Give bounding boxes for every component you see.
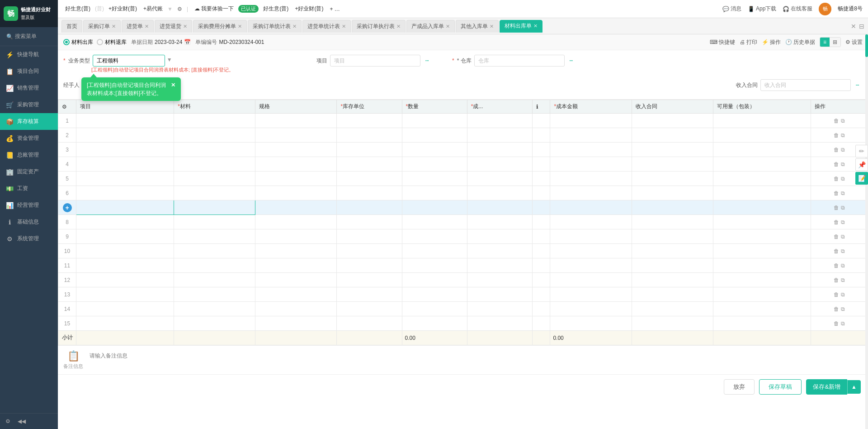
delete-row-icon[interactable]: 🗑	[834, 147, 839, 153]
row-cost-cell[interactable]	[467, 172, 532, 186]
copy-row-icon[interactable]: ⧉	[841, 132, 845, 138]
row-project-cell[interactable]	[76, 229, 174, 244]
tab-purchase-order[interactable]: 采购订单 ✕	[83, 20, 121, 33]
topbar-good-biz[interactable]: 好生意(普)	[63, 4, 92, 14]
row-qty-cell[interactable]	[402, 302, 467, 316]
row-spec-cell[interactable]	[255, 302, 337, 316]
row-qty-cell[interactable]	[402, 316, 467, 331]
row-spec-cell[interactable]	[255, 172, 337, 186]
row-material-cell[interactable]	[174, 302, 255, 316]
row-income-cell[interactable]	[632, 114, 713, 128]
row-income-cell[interactable]	[632, 316, 713, 331]
row-project-cell[interactable]	[76, 316, 174, 331]
row-cost-amt-cell[interactable]	[550, 316, 632, 331]
warehouse-more-icon[interactable]: ···	[569, 57, 572, 65]
topbar-certified-badge[interactable]: 已认证	[238, 5, 259, 13]
row-spec-cell[interactable]	[255, 229, 337, 244]
row-income-cell[interactable]	[632, 215, 713, 229]
row-income-cell[interactable]	[632, 273, 713, 287]
delete-row-icon[interactable]: 🗑	[834, 161, 839, 167]
sidebar-item-sales[interactable]: 📈 销售管理	[0, 80, 58, 96]
sidebar-item-ops[interactable]: 📊 经营管理	[0, 197, 58, 214]
delete-row-icon[interactable]: 🗑	[834, 248, 839, 254]
row-cost-amt-cell[interactable]	[550, 215, 632, 229]
row-material-cell[interactable]	[174, 143, 255, 157]
row-qty-cell[interactable]	[402, 273, 467, 287]
income-contract-more-icon[interactable]: ···	[855, 81, 859, 89]
row-qty-cell[interactable]	[402, 186, 467, 200]
row-cost-cell[interactable]	[467, 287, 532, 302]
delete-row-icon[interactable]: 🗑	[834, 176, 839, 182]
calendar-icon[interactable]: 📅	[184, 39, 191, 45]
tab-close[interactable]: ✕	[238, 24, 242, 29]
row-material-cell[interactable]	[174, 258, 255, 273]
business-type-dropdown[interactable]: ▼	[93, 55, 183, 67]
row-avail-cell[interactable]	[713, 215, 811, 229]
row-cost-cell[interactable]	[467, 215, 532, 229]
row-cost-amt-cell[interactable]	[550, 128, 632, 143]
settings-button[interactable]: ⚙ 设置	[845, 38, 863, 46]
row-spec-cell[interactable]	[255, 273, 337, 287]
row-project-cell[interactable]	[76, 143, 174, 157]
tab-product-in[interactable]: 产成品入库单 ✕	[406, 20, 455, 33]
row-spec-cell[interactable]	[255, 316, 337, 331]
sidebar-item-system[interactable]: ⚙ 系统管理	[0, 230, 58, 247]
th-settings[interactable]: ⚙	[58, 100, 76, 114]
row-income-cell[interactable]	[632, 200, 713, 215]
row-avail-cell[interactable]	[713, 172, 811, 186]
row-unit-cell[interactable]	[337, 114, 402, 128]
project-more-icon[interactable]: ···	[425, 57, 428, 65]
tab-purchase-expense[interactable]: 采购费用分摊单 ✕	[193, 20, 247, 33]
copy-row-icon[interactable]: ⧉	[841, 161, 845, 167]
tab-close[interactable]: ✕	[183, 24, 187, 29]
row-cost-amt-cell[interactable]	[550, 273, 632, 287]
copy-row-icon[interactable]: ⧉	[841, 147, 845, 153]
topbar-plus2[interactable]: +好业财(普)	[293, 4, 325, 14]
row-unit-cell[interactable]	[337, 273, 402, 287]
row-cost-amt-cell[interactable]	[550, 302, 632, 316]
tab-purchase-exec[interactable]: 采购订单执行表 ✕	[352, 20, 406, 33]
row-unit-cell[interactable]	[337, 200, 402, 215]
row-income-cell[interactable]	[632, 302, 713, 316]
row-unit-cell[interactable]	[337, 287, 402, 302]
row-qty-cell[interactable]	[402, 287, 467, 302]
row-cost-cell[interactable]	[467, 157, 532, 172]
number-value[interactable]: MD-20230324-001	[219, 39, 264, 45]
row-avail-cell[interactable]	[713, 316, 811, 331]
row-qty-cell[interactable]	[402, 172, 467, 186]
row-qty-cell[interactable]	[402, 128, 467, 143]
copy-row-icon[interactable]: ⧉	[841, 234, 845, 240]
delete-row-icon[interactable]: 🗑	[834, 205, 839, 211]
search-menu-button[interactable]: 🔍 搜索菜单	[4, 31, 54, 42]
row-project-cell[interactable]	[76, 258, 174, 273]
row-cost-cell[interactable]	[467, 186, 532, 200]
row-project-cell[interactable]	[76, 215, 174, 229]
row-cost-amt-cell[interactable]	[550, 157, 632, 172]
warehouse-input[interactable]: 仓库	[474, 55, 565, 67]
topbar-good-biz2[interactable]: 好生意(普)	[261, 4, 290, 14]
delete-row-icon[interactable]: 🗑	[834, 118, 839, 124]
row-spec-cell[interactable]	[255, 186, 337, 200]
row-spec-cell[interactable]	[255, 200, 337, 215]
row-material-cell[interactable]	[174, 128, 255, 143]
row-avail-cell[interactable]	[713, 114, 811, 128]
tab-other-in[interactable]: 其他入库单 ✕	[456, 20, 499, 33]
save-new-button[interactable]: 保存&新增	[806, 379, 847, 395]
row-spec-cell[interactable]	[255, 287, 337, 302]
row-cost-cell[interactable]	[467, 128, 532, 143]
row-project-cell[interactable]	[76, 186, 174, 200]
row-material-cell[interactable]	[174, 114, 255, 128]
sidebar-item-purchase[interactable]: 🛒 采购管理	[0, 96, 58, 113]
row-avail-cell[interactable]	[713, 258, 811, 273]
row-project-cell[interactable]	[76, 273, 174, 287]
row-unit-cell[interactable]	[337, 302, 402, 316]
row-income-cell[interactable]	[632, 244, 713, 258]
tab-goods-in-return[interactable]: 进货退货 ✕	[155, 20, 192, 33]
sidebar-settings-icon[interactable]: ⚙	[5, 418, 10, 424]
row-spec-cell[interactable]	[255, 143, 337, 157]
sidebar-collapse-icon[interactable]: ◀◀	[18, 418, 26, 424]
row-project-cell[interactable]	[76, 157, 174, 172]
copy-row-icon[interactable]: ⧉	[841, 205, 845, 211]
row-cost-cell[interactable]	[467, 273, 532, 287]
row-income-cell[interactable]	[632, 128, 713, 143]
